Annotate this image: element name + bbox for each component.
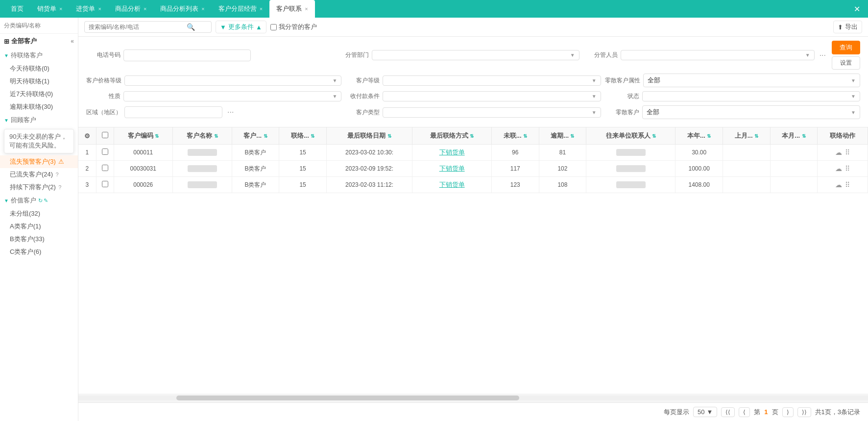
sort-icon-contact[interactable]: ⇅ [311, 133, 314, 139]
tab-close-customer-layer[interactable]: × [260, 6, 263, 12]
tab-product-analysis[interactable]: 商品分析 × [108, 0, 153, 18]
sort-icon-method[interactable]: ⇅ [470, 133, 474, 139]
refresh-icon-value[interactable]: ↻ [38, 198, 43, 204]
sidebar-item-class-c[interactable]: C类客户(6) [0, 246, 78, 258]
row-checkbox[interactable] [102, 181, 108, 187]
horizontal-scrollbar[interactable] [78, 396, 868, 400]
filter-cell-region: 区域（地区） ··· [86, 106, 341, 118]
sidebar-item-declining[interactable]: 持续下滑客户(2) ? [0, 181, 78, 194]
th-code: 客户编码 ⇅ [114, 127, 173, 145]
sort-icon-lmonth[interactable]: ⇅ [754, 133, 758, 139]
contact-icon[interactable]: ☁ [835, 181, 842, 189]
more-icon-region[interactable]: ··· [225, 108, 236, 117]
filter-select-person[interactable]: ▼ [621, 50, 815, 60]
search-button-icon[interactable]: 🔍 [187, 23, 195, 31]
sort-icon-type[interactable]: ⇅ [264, 133, 267, 139]
filter-row-1: 电话号码 分管部门 ▼ 分管人员 ▼ ··· [86, 41, 860, 70]
filter-cell-customer-level: 客户等级 ▼ [345, 75, 601, 86]
tab-sales-order[interactable]: 销货单 × [30, 0, 69, 18]
page-prev-button[interactable]: ⟨ [739, 407, 750, 417]
tab-home[interactable]: 首页 [4, 0, 30, 18]
td-last-date: 2023-02-03 11:12: [326, 177, 412, 193]
sidebar-item-class-a[interactable]: A类客户(1) [0, 220, 78, 233]
more-filter-button[interactable]: ▼ 更多条件 ▲ [216, 21, 266, 33]
filter-select-payment[interactable]: ▼ [383, 91, 601, 101]
th-settings[interactable]: ⚙ [78, 127, 96, 145]
row-checkbox[interactable] [102, 149, 108, 155]
sidebar-item-churn-warning[interactable]: 流失预警客户(3) ⚠ [0, 155, 78, 168]
sort-icon-tmonth[interactable]: ⇅ [802, 133, 806, 139]
sidebar-item-class-b[interactable]: B类客户(33) [0, 233, 78, 246]
tab-close-customer-contact[interactable]: × [305, 6, 308, 12]
sort-icon-name[interactable]: ⇅ [214, 133, 218, 139]
export-button[interactable]: ⬆ 导出 [833, 21, 862, 33]
sidebar-item-today[interactable]: 今天待联络(0) [0, 62, 78, 75]
tab-close-product-analysis[interactable]: × [144, 6, 146, 12]
filter-select-nature[interactable]: ▼ [123, 91, 341, 101]
row-checkbox[interactable] [102, 165, 108, 171]
grid-icon: ⊞ [4, 38, 9, 45]
sidebar-item-overdue-contact[interactable]: 逾期未联络(30) [0, 100, 78, 113]
sidebar-all-customers[interactable]: ⊞ 全部客户 « [0, 34, 78, 49]
window-close-button[interactable]: ✕ [850, 4, 864, 14]
sort-icon-unlisted[interactable]: ⇅ [523, 133, 527, 139]
sidebar-item-churned[interactable]: 已流失客户(24) ? [0, 168, 78, 181]
page-size-selector[interactable]: 50 ▼ [693, 407, 717, 417]
page-last-button[interactable]: ⟩⟩ [797, 407, 811, 417]
tab-customer-layer[interactable]: 客户分层经营 × [212, 0, 269, 18]
sort-icon-code[interactable]: ⇅ [155, 133, 159, 139]
tab-product-analysis-list[interactable]: 商品分析列表 × [153, 0, 211, 18]
td-last-method: 下销货单 [412, 161, 492, 177]
sidebar-item-ungrouped[interactable]: 未分组(32) [0, 207, 78, 220]
tab-close-product-analysis-list[interactable]: × [201, 6, 204, 12]
tab-purchase[interactable]: 进货单 × [69, 0, 108, 18]
filter-input-phone[interactable] [123, 50, 251, 61]
query-button[interactable]: 查询 [832, 41, 860, 54]
filter-label-scattered: 零散客户 [605, 108, 639, 117]
chevron-up-icon: ▲ [256, 24, 262, 31]
sort-icon-year[interactable]: ⇅ [707, 133, 711, 139]
td-index: 1 [78, 145, 96, 161]
filter-label-status: 状态 [605, 92, 639, 100]
sort-icon-unit[interactable]: ⇅ [652, 133, 656, 139]
table-header-row: ⚙ 客户编码 ⇅ 客户名称 ⇅ [78, 127, 868, 145]
sidebar-item-7days[interactable]: 近7天待联络(0) [0, 88, 78, 100]
my-customers-checkbox[interactable] [270, 24, 277, 30]
filter-select-scattered-attr[interactable]: 全部 ▼ [643, 74, 860, 87]
scrollbar-thumb[interactable] [176, 396, 519, 400]
more-actions-icon[interactable]: ⠿ [845, 149, 850, 156]
sidebar-search-input[interactable] [4, 22, 77, 29]
select-all-checkbox[interactable] [102, 132, 108, 138]
sort-icon-date[interactable]: ⇅ [387, 133, 391, 139]
filter-select-status[interactable]: ▼ [642, 91, 860, 101]
sort-icon-overdue[interactable]: ⇅ [570, 133, 574, 139]
th-actions: 联络动作 [818, 127, 868, 145]
filter-select-scattered[interactable]: 全部 ▼ [642, 105, 860, 119]
edit-icon-value[interactable]: ✎ [44, 198, 48, 204]
contact-icon[interactable]: ☁ [835, 165, 842, 173]
page-first-button[interactable]: ⟨⟨ [721, 407, 735, 417]
sidebar-group-value[interactable]: ▼ 价值客户 ↻ ✎ [0, 194, 78, 207]
settings-button[interactable]: 设置 [832, 56, 860, 70]
sidebar-item-tomorrow[interactable]: 明天待联络(1) [0, 75, 78, 88]
search-input[interactable] [89, 24, 187, 30]
filter-select-price-level[interactable]: ▼ [124, 75, 341, 86]
filter-select-customer-level[interactable]: ▼ [383, 75, 601, 86]
more-icon-person[interactable]: ··· [818, 51, 828, 60]
td-last-month [723, 161, 770, 177]
sidebar-group-pending[interactable]: ▼ 待联络客户 [0, 49, 78, 62]
more-actions-icon[interactable]: ⠿ [845, 181, 850, 189]
filter-cell-person: 分管人员 ▼ ··· [583, 50, 828, 60]
tab-close-purchase[interactable]: × [98, 6, 101, 12]
filter-select-customer-type[interactable]: ▼ [383, 107, 601, 118]
th-name: 客户名称 ⇅ [173, 127, 232, 145]
page-next-button[interactable]: ⟩ [782, 407, 794, 417]
contact-icon[interactable]: ☁ [835, 149, 842, 156]
tab-close-sales-order[interactable]: × [59, 6, 62, 12]
filter-select-dept[interactable]: ▼ [372, 50, 579, 60]
sidebar-group-review[interactable]: ▼ 回顾客户 [0, 113, 78, 127]
chevron-down-icon-payment: ▼ [592, 94, 597, 99]
tab-customer-contact[interactable]: 客户联系 × [269, 0, 314, 18]
more-actions-icon[interactable]: ⠿ [845, 165, 850, 173]
filter-input-region[interactable] [124, 106, 222, 118]
